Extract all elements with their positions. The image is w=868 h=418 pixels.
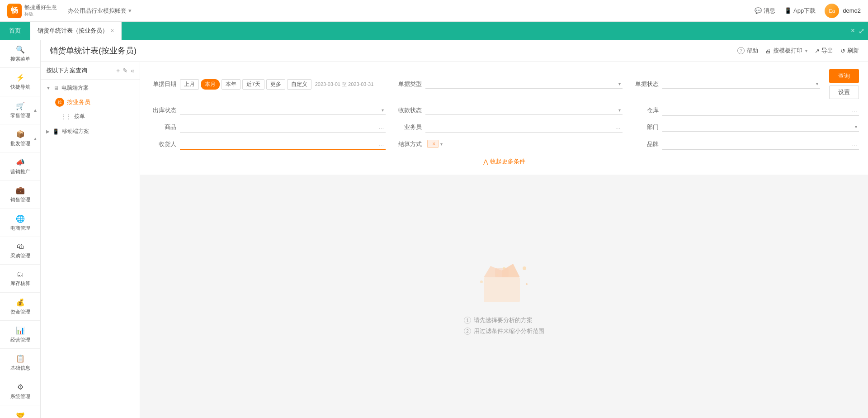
help-button[interactable]: ? 帮助 — [737, 47, 758, 55]
department-label: 部门 — [632, 123, 659, 131]
main-layout: 🔍 搜索菜单 ⚡ 快捷导航 🛒 零售管理 ▲ 📦 批发管理 ▲ 📣 营销推广 — [0, 40, 868, 418]
message-label: 消息 — [764, 7, 775, 15]
tab-home[interactable]: 首页 — [0, 22, 30, 40]
sidebar-purchase-label: 采购管理 — [10, 252, 30, 259]
brand-dots-icon[interactable]: ... — [852, 140, 857, 147]
sidebar-item-marketing[interactable]: 📣 营销推广 — [0, 152, 40, 180]
breadcrumb-text: 办公用品行业模拟账套 — [68, 7, 127, 15]
scheme-sub-item-by-dan[interactable]: ⋮⋮ 按单 — [41, 110, 140, 123]
warehouse-dots-icon[interactable]: ... — [852, 106, 857, 114]
tab-maximize-btn[interactable]: ⤢ — [859, 27, 864, 35]
recipient-dots-icon[interactable]: ... — [379, 140, 384, 147]
settings-button[interactable]: 设置 — [829, 86, 859, 99]
filter-field-date: 单据日期 上月 本月 本年 近7天 更多 自定义 2023-03-01 至 20… — [149, 79, 386, 90]
wholesale-arrow-icon: ▲ — [33, 136, 38, 141]
product-label: 商品 — [149, 123, 176, 131]
sidebar-item-inventory[interactable]: 🗂 库存核算 — [0, 265, 40, 292]
filter-field-out-status: 出库状态 ▾ — [149, 106, 386, 115]
filter-field-product: 商品 ... — [149, 121, 386, 133]
doc-type-arrow: ▾ — [618, 81, 621, 86]
warehouse-label: 仓库 — [632, 106, 659, 114]
print-button[interactable]: 🖨 按模板打印 ▾ — [765, 47, 807, 55]
sidebar-item-quick-nav[interactable]: ⚡ 快捷导航 — [0, 68, 40, 96]
doc-type-select[interactable]: ▾ — [425, 80, 622, 89]
product-input[interactable]: ... — [180, 121, 386, 133]
warehouse-input[interactable]: ... — [662, 104, 859, 116]
recipient-input[interactable]: ... — [180, 138, 386, 150]
user-name: demo2 — [843, 7, 861, 14]
svg-point-10 — [480, 280, 483, 283]
scheme-group-desktop-header[interactable]: ▼ 🖥 电脑端方案 — [41, 81, 140, 95]
filter-field-salesperson: 业务员 ... — [386, 121, 622, 133]
sidebar-item-retail[interactable]: 🛒 零售管理 ▲ — [0, 96, 40, 124]
refresh-button[interactable]: ↺ 刷新 — [840, 47, 859, 55]
user-profile[interactable]: Ea demo2 — [825, 4, 861, 18]
tab-minimize-btn[interactable]: × — [851, 27, 855, 35]
breadcrumb-dropdown-icon[interactable]: ▾ — [128, 7, 132, 14]
export-button[interactable]: ↗ 导出 — [815, 47, 833, 55]
sidebar-sales-label: 销售管理 — [10, 196, 30, 203]
header-right: 💬 消息 📱 App下载 Ea demo2 — [755, 4, 861, 18]
message-action[interactable]: 💬 消息 — [755, 7, 775, 15]
sidebar-item-system[interactable]: ⚙ 系统管理 — [0, 377, 40, 405]
date-btn-custom[interactable]: 自定义 — [287, 79, 311, 90]
sidebar-item-corp[interactable]: 🤝 企业协同 — [0, 405, 40, 418]
department-select[interactable]: ▾ — [662, 123, 859, 132]
print-dropdown-arrow[interactable]: ▾ — [805, 48, 807, 53]
payment-status-select[interactable]: ▾ — [425, 106, 622, 115]
sidebar-search-label: 搜索菜单 — [10, 56, 30, 62]
product-dots-icon[interactable]: ... — [379, 123, 384, 130]
refresh-label: 刷新 — [847, 47, 859, 55]
scheme-item-by-salesperson[interactable]: 按 按业务员 — [41, 95, 140, 110]
tip-2-num: 2 — [464, 328, 471, 335]
query-button[interactable]: 查询 — [829, 69, 859, 83]
scheme-group-mobile-header[interactable]: ▶ 📱 移动端方案 — [41, 125, 140, 138]
mobile-group-arrow: ▶ — [46, 129, 50, 134]
salesperson-dots-icon[interactable]: ... — [615, 123, 621, 130]
app-name: 畅捷通好生意 — [24, 4, 57, 11]
salesperson-input[interactable]: ... — [425, 121, 622, 133]
sidebar-item-finance[interactable]: 💰 资金管理 — [0, 293, 40, 321]
doc-type-label: 单据类型 — [395, 80, 422, 88]
filter-area: 单据日期 上月 本月 本年 近7天 更多 自定义 2023-03-01 至 20… — [140, 62, 868, 418]
sidebar-basic-label: 基础信息 — [10, 365, 30, 371]
filter-row-2: 出库状态 ▾ 收款状态 ▾ — [149, 104, 859, 116]
tab-close-icon[interactable]: × — [111, 28, 114, 34]
sidebar-item-ecommerce[interactable]: 🌐 电商管理 — [0, 209, 40, 237]
brand-input[interactable]: ... — [662, 138, 859, 150]
tab-sales-report[interactable]: 销货单统计表（按业务员） × — [30, 22, 122, 40]
date-btn-7days[interactable]: 近7天 — [242, 79, 264, 90]
empty-tip-2: 2 用过滤条件来缩小分析范围 — [464, 327, 544, 335]
empty-box-svg — [475, 255, 533, 309]
filter-row-1: 单据日期 上月 本月 本年 近7天 更多 自定义 2023-03-01 至 20… — [149, 69, 859, 99]
scheme-edit-icon[interactable]: ✎ — [123, 67, 128, 74]
sidebar-item-basic[interactable]: 📋 基础信息 — [0, 349, 40, 377]
quick-nav-icon: ⚡ — [16, 73, 25, 82]
sidebar-item-search[interactable]: 🔍 搜索菜单 — [0, 40, 40, 68]
scheme-add-icon[interactable]: + — [116, 67, 120, 74]
collapse-icon: ⋀ — [483, 158, 488, 165]
date-btn-this-month[interactable]: 本月 — [201, 79, 220, 90]
date-btn-more[interactable]: 更多 — [266, 79, 285, 90]
export-label: 导出 — [821, 47, 833, 55]
collapse-button[interactable]: ⋀ 收起更多条件 — [483, 157, 525, 166]
sidebar-item-sales[interactable]: 💼 销售管理 — [0, 180, 40, 209]
breadcrumb[interactable]: 办公用品行业模拟账套 ▾ — [68, 7, 132, 15]
date-btn-this-year[interactable]: 本年 — [222, 79, 241, 90]
salesperson-scheme-icon: 按 — [55, 98, 64, 107]
out-status-label: 出库状态 — [149, 106, 176, 114]
sidebar-wholesale-label: 批发管理 — [10, 140, 30, 147]
sidebar-item-wholesale[interactable]: 📦 批发管理 ▲ — [0, 124, 40, 152]
sidebar-item-purchase[interactable]: 🛍 采购管理 — [0, 237, 40, 265]
payment-method-select[interactable]: × ▾ — [425, 138, 622, 150]
app-download-action[interactable]: 📱 App下载 — [784, 7, 816, 15]
sidebar-item-operations[interactable]: 📊 经营管理 — [0, 321, 40, 349]
operations-icon: 📊 — [16, 326, 25, 335]
out-status-select[interactable]: ▾ — [180, 106, 386, 115]
tag-close-icon[interactable]: × — [432, 141, 435, 147]
scheme-collapse-icon[interactable]: « — [131, 67, 134, 74]
date-btn-last-month[interactable]: 上月 — [180, 79, 199, 90]
collapse-label: 收起更多条件 — [490, 157, 525, 166]
empty-tip-1: 1 请先选择要分析的方案 — [464, 316, 544, 324]
doc-status-select[interactable]: ▾ — [662, 80, 820, 89]
